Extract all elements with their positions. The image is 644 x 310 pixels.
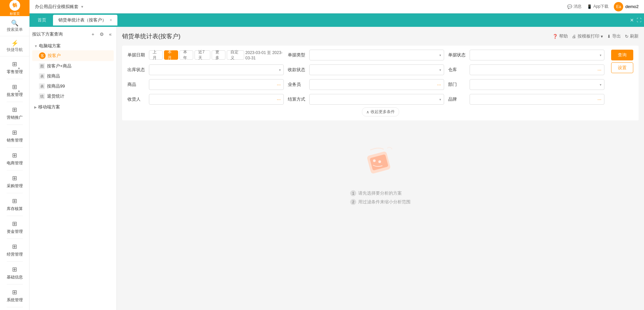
salesperson-input[interactable]: ··· (309, 79, 444, 90)
filter-brand-item: 品牌 ··· (448, 94, 604, 105)
sidebar-item-label-4: 电商管理 (7, 160, 23, 166)
order-type-input[interactable]: ▾ (309, 50, 444, 60)
sidebar-item-2[interactable]: ⊞ 营销推广 (7, 102, 23, 125)
sidebar-item-9[interactable]: ⊞ 基础信息 (7, 262, 23, 285)
page-title-actions: ❓ 帮助 🖨 按模板打印 ▾ ⬇ 导出 ↻ 刷新 (552, 33, 639, 39)
sidebar-item-icon-10: ⊞ (12, 289, 17, 296)
order-status-input[interactable]: ▾ (470, 50, 604, 60)
sidebar-item-10[interactable]: ⊞ 系统管理 (7, 285, 23, 307)
settlement-label: 结算方式 (288, 96, 307, 102)
content-area: 按以下方案查询 + ⚙ « ▼ 电脑端方案 客 按客户 图 按客户+商品 (30, 27, 644, 310)
settings-button[interactable]: 设置 (611, 62, 633, 73)
scheme-settings-btn[interactable]: ⚙ (98, 31, 105, 38)
scheme-item-0[interactable]: 客 按客户 (32, 50, 114, 61)
collapse-text: 收起更多条件 (371, 109, 395, 115)
receiver-more-icon[interactable]: ··· (277, 97, 281, 102)
close-window-icon[interactable]: ✕ (630, 17, 634, 23)
desktop-group-header[interactable]: ▼ 电脑端方案 (32, 42, 114, 50)
department-input[interactable]: ▾ (470, 79, 604, 90)
brand-input[interactable]: ··· (470, 94, 604, 105)
page-title-text: 销货单统计表(按客户) (122, 32, 180, 40)
scheme-icon-1: 图 (39, 63, 45, 69)
date-btn-last-month[interactable]: 上月 (149, 50, 163, 60)
query-button[interactable]: 查询 (611, 50, 633, 60)
sidebar-item-3[interactable]: ⊞ 销售管理 (7, 125, 23, 148)
date-btn-7days[interactable]: 近7天 (195, 50, 210, 60)
sidebar-item-label-9: 基础信息 (7, 274, 23, 280)
sidebar-item-7[interactable]: ⊞ 资金管理 (7, 216, 23, 239)
template-print-btn[interactable]: 🖨 按模板打印 ▾ (572, 33, 603, 39)
help-label: 帮助 (559, 33, 568, 39)
tab-sales-stats[interactable]: 销货单统计表（按客户） × (53, 15, 117, 25)
topbar-left: 办公用品行业模拟账套 ▾ (35, 4, 83, 10)
desktop-group-name: 电脑端方案 (39, 43, 61, 49)
payment-status-input[interactable]: ▾ (309, 64, 444, 75)
sidebar-item-6[interactable]: ⊞ 库存核算 (7, 193, 23, 216)
scheme-item-4[interactable]: 统 退货统计 (32, 91, 114, 101)
goods-more-icon[interactable]: ··· (277, 82, 281, 87)
warehouse-label: 仓库 (448, 67, 467, 73)
sidebar-item-1[interactable]: ⊞ 批发管理 ▲ (7, 79, 23, 102)
topbar-app-download-btn[interactable]: 📱 App下载 (587, 4, 608, 9)
goods-label: 商品 (127, 82, 146, 88)
date-btn-custom[interactable]: 自定义 (227, 50, 244, 60)
collapse-button[interactable]: ∧ 收起更多条件 (362, 107, 399, 116)
scheme-item-1[interactable]: 图 按客户+商品 (32, 61, 114, 71)
sidebar-menu: ⊞ 零售管理 ▲ ⊞ 批发管理 ▲ ⊞ 营销推广 ⊞ 销售管理 ⊞ 电商管理 ⊞… (7, 56, 23, 310)
collapse-up-icon: ∧ (366, 110, 369, 114)
help-btn[interactable]: ❓ 帮助 (552, 33, 568, 39)
topbar-dropdown-icon[interactable]: ▾ (81, 4, 83, 9)
settlement-input[interactable]: ▾ (309, 94, 444, 105)
goods-input[interactable]: ··· (149, 79, 284, 90)
sidebar-item-4[interactable]: ⊞ 电商管理 (7, 148, 23, 170)
refresh-btn[interactable]: ↻ 刷新 (625, 33, 639, 39)
sidebar-item-8[interactable]: ⊞ 经营管理 (7, 239, 23, 262)
filter-with-btn: 单据日期 上月 本月 本年 近7天 更多 自定义 2023-03-01 至 20… (127, 50, 633, 105)
maximize-icon[interactable]: ⛶ (637, 17, 641, 23)
sidebar-item-icon-2: ⊞ (12, 106, 17, 113)
sidebar-item-label-5: 采购管理 (7, 183, 23, 189)
empty-tip-2: 2 用过滤条件来缩小分析范围 (350, 199, 411, 205)
out-status-input[interactable]: ▾ (149, 64, 284, 75)
filter-section: 单据日期 上月 本月 本年 近7天 更多 自定义 2023-03-01 至 20… (122, 46, 639, 120)
sidebar-item-label-7: 资金管理 (7, 229, 23, 235)
tab-close-icon[interactable]: × (110, 18, 112, 22)
brand-more-icon[interactable]: ··· (597, 97, 601, 102)
scheme-icon-3: 表 (39, 83, 45, 89)
sidebar-item-icon-8: ⊞ (12, 243, 17, 250)
sidebar-item-11[interactable]: ⊞ 企业协同 (7, 307, 23, 310)
scheme-item-name-4: 退货统计 (47, 93, 64, 99)
svg-point-2 (373, 159, 376, 162)
sidebar-item-0[interactable]: ⊞ 零售管理 ▲ (7, 56, 23, 79)
warehouse-input[interactable]: ··· (470, 64, 604, 75)
sidebar: 畅 标签页 🔍 搜索菜单 ⚡ 快捷导航 ⊞ 零售管理 ▲ ⊞ 批发管理 ▲ ⊞ … (0, 0, 30, 310)
sidebar-logo[interactable]: 畅 标签页 (0, 0, 30, 16)
order-status-dropdown-icon: ▾ (600, 53, 601, 57)
add-scheme-btn[interactable]: + (90, 31, 96, 38)
out-status-dropdown-icon: ▾ (279, 68, 281, 72)
tab-home[interactable]: 首页 (32, 15, 52, 25)
scheme-item-2[interactable]: 表 按商品 (32, 71, 114, 81)
date-btn-this-year[interactable]: 本年 (179, 50, 193, 60)
left-panel-header: 按以下方案查询 + ⚙ « (32, 31, 114, 38)
date-btn-more[interactable]: 更多 (212, 50, 225, 60)
mobile-group-header[interactable]: ▶ 移动端方案 (32, 103, 114, 111)
sidebar-item-5[interactable]: ⊞ 采购管理 (7, 170, 23, 193)
salesperson-more-icon[interactable]: ··· (437, 82, 441, 87)
topbar-messages-btn[interactable]: 💬 消息 (567, 4, 582, 9)
department-label: 部门 (448, 82, 467, 88)
scheme-item-3[interactable]: 表 按商品99 (32, 81, 114, 91)
department-dropdown-icon: ▾ (600, 83, 601, 87)
export-btn[interactable]: ⬇ 导出 (607, 33, 621, 39)
topbar-right: 💬 消息 📱 App下载 Ea demo2 (567, 2, 639, 11)
sidebar-search-section[interactable]: 🔍 搜索菜单 (0, 16, 29, 36)
receiver-input[interactable]: ··· (149, 94, 284, 105)
sidebar-quick-nav[interactable]: ⚡ 快捷导航 (0, 36, 29, 56)
order-type-label: 单据类型 (288, 52, 307, 58)
warehouse-more-icon[interactable]: ··· (597, 67, 601, 72)
empty-svg (360, 143, 400, 184)
date-btn-this-month[interactable]: 本月 (164, 50, 178, 60)
topbar-user[interactable]: Ea demo2 (614, 2, 639, 11)
empty-text-block: 1 请先选择要分析的方案 2 用过滤条件来缩小分析范围 (350, 190, 411, 208)
collapse-panel-btn[interactable]: « (107, 31, 114, 38)
